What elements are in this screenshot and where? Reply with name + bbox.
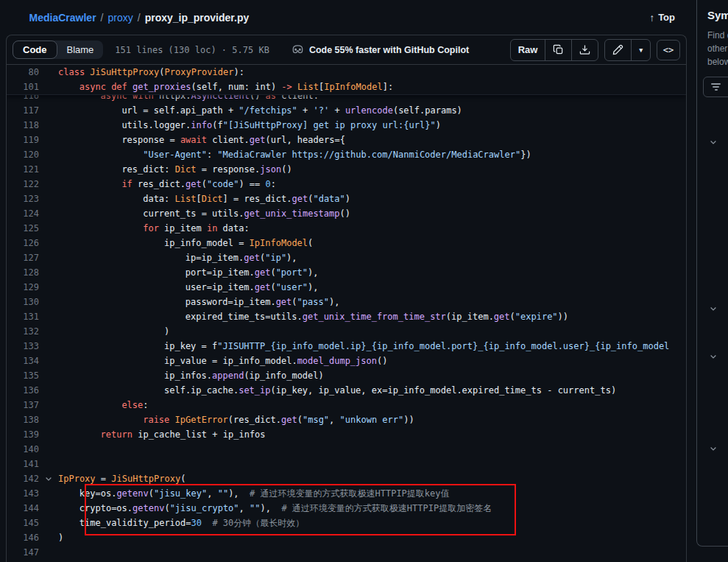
breadcrumb-separator: / xyxy=(96,12,108,24)
line-number[interactable]: 118 xyxy=(7,118,39,133)
code-text: port=ip_item.get("port"), xyxy=(58,265,318,280)
code-text: else: xyxy=(58,398,149,412)
code-text: ip_value = ip_info_model.model_dump_json… xyxy=(58,354,387,368)
line-number[interactable]: 121 xyxy=(7,162,39,177)
chevron-down-icon[interactable] xyxy=(709,138,718,147)
copilot-icon xyxy=(291,43,304,56)
filter-symbols-input[interactable] xyxy=(703,77,728,97)
code-line: 133ip_key = f"JISUHTTP_{ip_info_model.ip… xyxy=(7,339,686,354)
line-number[interactable]: 120 xyxy=(7,147,39,162)
breadcrumb-dir-link[interactable]: proxy xyxy=(108,12,133,24)
line-number[interactable]: 146 xyxy=(7,530,39,545)
code-text: ip_key = f"JISUHTTP_{ip_info_model.ip}_{… xyxy=(58,339,669,354)
chevron-down-icon[interactable] xyxy=(709,352,718,361)
code-text: IpProxy = JiSuHttpProxy( xyxy=(58,471,185,486)
description-line: other symbols in this file by clicking a… xyxy=(707,42,728,55)
code-text: password=ip_item.get("pass"), xyxy=(58,295,339,309)
file-view-card: Code Blame 151 lines (130 loc) · 5.75 KB… xyxy=(6,35,687,562)
symbol-row xyxy=(709,440,718,457)
line-number[interactable]: 127 xyxy=(7,250,39,265)
symbols-panel-description: Find definitions and references for func… xyxy=(697,21,728,69)
code-line: 143key=os.getenv("jisu_key", ""), # 通过环境… xyxy=(7,486,686,501)
line-number[interactable]: 124 xyxy=(7,206,39,221)
line-number[interactable]: 119 xyxy=(7,133,39,147)
code-line: 130password=ip_item.get("pass"), xyxy=(7,295,686,309)
line-number[interactable]: 125 xyxy=(7,221,39,236)
line-number[interactable]: 136 xyxy=(7,383,39,398)
code-area: 116async with httpx.AsyncClient() as cli… xyxy=(7,65,686,562)
collapse-chevron-icon[interactable] xyxy=(39,474,58,483)
line-number[interactable]: 140 xyxy=(7,442,39,457)
line-number[interactable]: 132 xyxy=(7,324,39,339)
line-number[interactable]: 145 xyxy=(7,516,39,530)
raw-button[interactable]: Raw xyxy=(511,40,546,60)
symbols-panel-toggle-button[interactable]: <> xyxy=(657,40,680,60)
breadcrumb-repo-link[interactable]: MediaCrawler xyxy=(29,12,96,24)
chevron-down-icon[interactable] xyxy=(709,444,718,453)
code-text: crypto=os.getenv("jisu_crypto", ""), # 通… xyxy=(58,501,492,516)
code-text: key=os.getenv("jisu_key", ""), # 通过环境变量的… xyxy=(58,486,450,501)
code-line: 123data: List[Dict] = res_dict.get("data… xyxy=(7,192,686,206)
line-number[interactable]: 117 xyxy=(7,103,39,118)
description-line: Find definitions and references for func… xyxy=(707,29,728,42)
line-number[interactable]: 143 xyxy=(7,486,39,501)
line-number[interactable]: 80 xyxy=(7,65,39,80)
code-text: ) xyxy=(58,324,169,339)
line-number[interactable]: 131 xyxy=(7,309,39,324)
copy-raw-button[interactable] xyxy=(545,40,572,60)
chevron-down-icon: ▾ xyxy=(639,46,643,54)
arrow-up-icon: ↑ xyxy=(649,12,654,24)
code-line: 101async def get_proxies(self, num: int)… xyxy=(7,80,686,94)
edit-button[interactable] xyxy=(605,40,632,60)
line-number[interactable]: 129 xyxy=(7,280,39,295)
line-number[interactable]: 144 xyxy=(7,501,39,516)
copilot-banner[interactable]: Code 55% faster with GitHub Copilot xyxy=(291,43,469,56)
code-line: 122if res_dict.get("code") == 0: xyxy=(7,177,686,192)
code-text: utils.logger.info(f"[JiSuHttpProxy] get … xyxy=(58,118,441,133)
line-number[interactable]: 141 xyxy=(7,457,39,471)
line-number[interactable]: 134 xyxy=(7,354,39,368)
line-number[interactable]: 139 xyxy=(7,427,39,442)
scroll-to-top-button[interactable]: ↑ Top xyxy=(649,12,675,24)
chevron-down-icon[interactable] xyxy=(709,304,718,313)
code-line: 132) xyxy=(7,324,686,339)
code-line: 119response = await client.get(url, head… xyxy=(7,133,686,147)
code-line: 121res_dict: Dict = response.json() xyxy=(7,162,686,177)
code-text: res_dict: Dict = response.json() xyxy=(58,162,292,177)
symbol-row xyxy=(709,134,718,150)
line-number[interactable]: 147 xyxy=(7,545,39,560)
line-number[interactable]: 133 xyxy=(7,339,39,354)
code-line: 80class JiSuHttpProxy(ProxyProvider): xyxy=(7,65,686,80)
symbol-row xyxy=(709,301,718,317)
code-line: 118utils.logger.info(f"[JiSuHttpProxy] g… xyxy=(7,118,686,133)
line-number[interactable]: 101 xyxy=(7,80,39,94)
breadcrumb-separator: / xyxy=(133,12,145,24)
line-number[interactable]: 138 xyxy=(7,412,39,427)
tab-blame[interactable]: Blame xyxy=(57,41,104,59)
symbols-panel-title: Symbols xyxy=(697,0,728,21)
symbol-row xyxy=(709,348,718,365)
toolbar-actions: Raw xyxy=(510,39,680,61)
code-text: current_ts = utils.get_unix_timestamp() xyxy=(58,206,350,221)
line-number[interactable]: 142 xyxy=(7,471,39,486)
code-line: 120"User-Agent": "MediaCrawler https://g… xyxy=(7,147,686,162)
edit-dropdown-button[interactable]: ▾ xyxy=(632,40,650,60)
top-label: Top xyxy=(658,12,675,23)
line-number[interactable]: 130 xyxy=(7,295,39,309)
line-number[interactable]: 123 xyxy=(7,192,39,206)
file-meta-info: 151 lines (130 loc) · 5.75 KB xyxy=(115,45,269,55)
tab-code[interactable]: Code xyxy=(13,41,57,59)
line-number[interactable]: 126 xyxy=(7,236,39,250)
line-number[interactable]: 128 xyxy=(7,265,39,280)
download-button[interactable] xyxy=(572,40,598,60)
code-line: 134ip_value = ip_info_model.model_dump_j… xyxy=(7,354,686,368)
code-text: time_validity_period=30 # 30分钟（最长时效） xyxy=(58,516,304,530)
code-text: self.ip_cache.set_ip(ip_key, ip_value, e… xyxy=(58,383,616,398)
code-line: 145time_validity_period=30 # 30分钟（最长时效） xyxy=(7,516,686,530)
line-number[interactable]: 135 xyxy=(7,368,39,383)
line-number[interactable]: 137 xyxy=(7,398,39,412)
file-toolbar: Code Blame 151 lines (130 loc) · 5.75 KB… xyxy=(7,35,686,65)
code-lines: 116async with httpx.AsyncClient() as cli… xyxy=(7,88,686,560)
line-number[interactable]: 122 xyxy=(7,177,39,192)
filter-icon xyxy=(711,83,721,91)
